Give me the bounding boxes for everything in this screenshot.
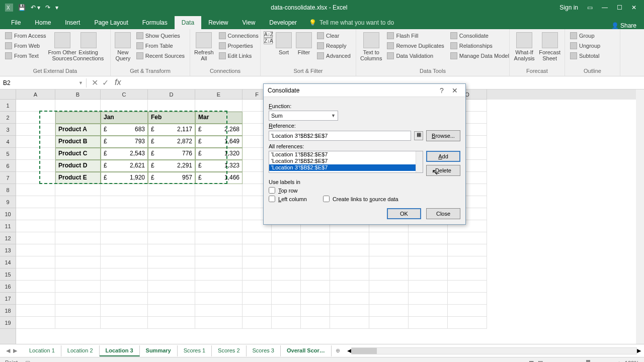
cell-A7[interactable] xyxy=(16,172,55,184)
function-select[interactable]: Sum▼ xyxy=(269,111,338,121)
cell-G12[interactable] xyxy=(272,232,301,244)
cell-N15[interactable] xyxy=(409,268,448,281)
cell-D2[interactable]: Feb xyxy=(148,112,195,124)
cell-C7[interactable]: £1,920 xyxy=(101,172,148,184)
cell-N18[interactable] xyxy=(409,305,448,317)
cell-O18[interactable] xyxy=(448,305,487,317)
select-all-corner[interactable] xyxy=(0,89,16,100)
sheet-tab-location-2[interactable]: Location 2 xyxy=(61,345,100,356)
cell-M18[interactable] xyxy=(369,305,409,317)
cell-H13[interactable] xyxy=(301,244,330,256)
cell-G18[interactable] xyxy=(272,305,301,317)
cell-H15[interactable] xyxy=(301,268,330,281)
row-header-19[interactable]: 19 xyxy=(0,317,16,329)
cell-O13[interactable] xyxy=(448,244,487,256)
view-normal-icon[interactable]: ▦ xyxy=(529,359,534,362)
recent-sources-button[interactable]: Recent Sources xyxy=(134,51,187,60)
cell-O17[interactable] xyxy=(448,293,487,305)
add-button[interactable]: Add xyxy=(426,151,460,162)
connections-button[interactable]: Connections xyxy=(217,31,261,40)
sort-az-icon[interactable]: A↓Z xyxy=(264,31,273,38)
cell-M15[interactable] xyxy=(369,268,409,281)
cell-E4[interactable]: £1,649 xyxy=(195,136,243,148)
cell-A11[interactable] xyxy=(16,220,55,232)
row-header-6[interactable]: 6 xyxy=(0,160,16,172)
cell-E15[interactable] xyxy=(195,268,243,281)
cell-B2[interactable] xyxy=(55,112,101,124)
cell-D19[interactable] xyxy=(148,317,195,329)
cell-A16[interactable] xyxy=(16,281,55,293)
minimize-icon[interactable]: — xyxy=(602,4,608,11)
cell-G13[interactable] xyxy=(272,244,301,256)
cell-D15[interactable] xyxy=(148,268,195,281)
sort-button[interactable]: Sort xyxy=(275,31,293,56)
row-header-1[interactable]: 1 xyxy=(0,100,16,112)
cell-A10[interactable] xyxy=(16,208,55,220)
cell-E16[interactable] xyxy=(195,281,243,293)
cell-B11[interactable] xyxy=(55,220,101,232)
cell-B17[interactable] xyxy=(55,293,101,305)
cell-B5[interactable]: Product C xyxy=(55,148,101,160)
cell-L14[interactable] xyxy=(330,256,369,268)
sheet-tab-scores-2[interactable]: Scores 2 xyxy=(212,345,246,356)
cell-D4[interactable]: £2,872 xyxy=(148,136,195,148)
cell-N13[interactable] xyxy=(409,244,448,256)
cell-M17[interactable] xyxy=(369,293,409,305)
cell-A5[interactable] xyxy=(16,148,55,160)
properties-button[interactable]: Properties xyxy=(217,41,261,50)
range-picker-icon[interactable]: ▦ xyxy=(414,131,423,140)
cell-M12[interactable] xyxy=(369,232,409,244)
cell-H16[interactable] xyxy=(301,281,330,293)
cell-H14[interactable] xyxy=(301,256,330,268)
cell-F18[interactable] xyxy=(243,305,272,317)
cell-M13[interactable] xyxy=(369,244,409,256)
consolidate-button[interactable]: Consolidate xyxy=(448,31,511,40)
cell-C9[interactable] xyxy=(101,196,148,208)
from-access-button[interactable]: From Access xyxy=(3,31,48,40)
cell-N12[interactable] xyxy=(409,232,448,244)
vertical-scrollbar[interactable] xyxy=(636,89,644,344)
cell-C6[interactable]: £2,621 xyxy=(101,160,148,172)
redo-icon[interactable]: ↷ xyxy=(45,4,50,11)
from-text-button[interactable]: From Text xyxy=(3,51,48,60)
row-header-18[interactable]: 18 xyxy=(0,305,16,317)
zoom-level[interactable]: 100% xyxy=(625,360,639,363)
references-list[interactable]: 'Location 1'!$B$2:$E$7'Location 2'!$B$2:… xyxy=(269,151,423,173)
cell-C12[interactable] xyxy=(101,232,148,244)
cell-A6[interactable] xyxy=(16,160,55,172)
clear-filter-button[interactable]: Clear xyxy=(315,31,353,40)
cell-B13[interactable] xyxy=(55,244,101,256)
cell-E10[interactable] xyxy=(195,208,243,220)
cell-D12[interactable] xyxy=(148,232,195,244)
col-header-E[interactable]: E xyxy=(195,89,243,100)
cell-D17[interactable] xyxy=(148,293,195,305)
cell-B16[interactable] xyxy=(55,281,101,293)
cell-M14[interactable] xyxy=(369,256,409,268)
undo-icon[interactable]: ↶ ▾ xyxy=(31,4,40,11)
cell-E8[interactable] xyxy=(195,184,243,196)
col-header-C[interactable]: C xyxy=(101,89,148,100)
cell-B18[interactable] xyxy=(55,305,101,317)
cell-H17[interactable] xyxy=(301,293,330,305)
cell-E1[interactable] xyxy=(195,100,243,112)
cell-O16[interactable] xyxy=(448,281,487,293)
ungroup-button[interactable]: Ungroup xyxy=(568,41,602,50)
sheet-tab-location-1[interactable]: Location 1 xyxy=(23,345,61,356)
cell-C8[interactable] xyxy=(101,184,148,196)
filter-button[interactable]: Filter xyxy=(295,31,313,56)
cell-L19[interactable] xyxy=(330,317,369,329)
col-header-D[interactable]: D xyxy=(148,89,195,100)
cell-L15[interactable] xyxy=(330,268,369,281)
cell-C16[interactable] xyxy=(101,281,148,293)
cell-A17[interactable] xyxy=(16,293,55,305)
cell-L18[interactable] xyxy=(330,305,369,317)
cell-E2[interactable]: Mar xyxy=(195,112,243,124)
edit-links-button[interactable]: Edit Links xyxy=(217,51,261,60)
cell-B4[interactable]: Product B xyxy=(55,136,101,148)
signin-link[interactable]: Sign in xyxy=(559,4,578,11)
cell-O15[interactable] xyxy=(448,268,487,281)
cell-C2[interactable]: Jan xyxy=(101,112,148,124)
row-header-9[interactable]: 9 xyxy=(0,196,16,208)
maximize-icon[interactable]: ☐ xyxy=(617,4,622,11)
data-validation-button[interactable]: Data Validation xyxy=(385,51,446,60)
